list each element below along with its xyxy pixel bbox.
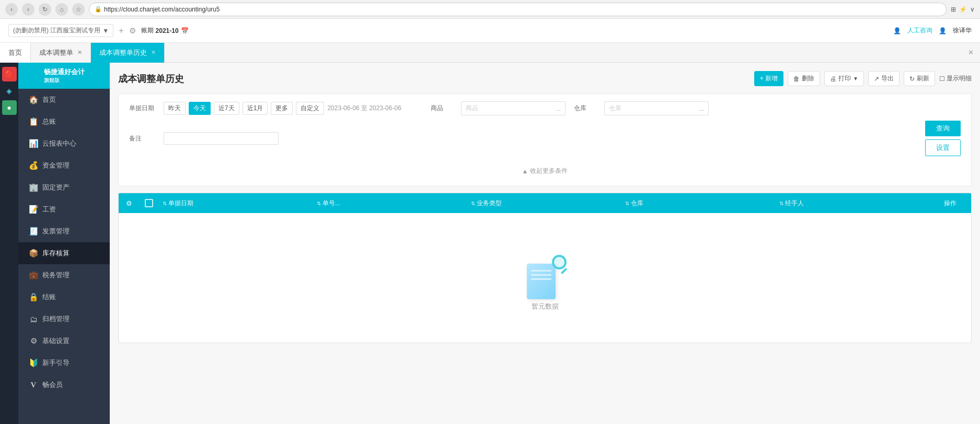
- ledger-icon: 📋: [29, 117, 38, 126]
- new-btn[interactable]: + 新增: [754, 71, 783, 86]
- th-handler[interactable]: ⇅ 经手人: [775, 199, 929, 208]
- btn-last7[interactable]: 近7天: [214, 102, 239, 115]
- sidebar-item-guide[interactable]: 🔰 新手引导: [18, 352, 110, 374]
- sidebar-item-invoice[interactable]: 🧾 发票管理: [18, 220, 110, 242]
- reports-icon: 📊: [29, 139, 38, 148]
- note-filter-label: 备注: [129, 134, 155, 143]
- extension-icon-1[interactable]: ⊞: [951, 6, 956, 13]
- sidebar-item-closing[interactable]: 🔒 结账: [18, 286, 110, 308]
- print-btn[interactable]: 🖨 打印 ▼: [824, 71, 864, 86]
- add-company-btn[interactable]: +: [119, 26, 123, 36]
- home-button[interactable]: ⌂: [55, 3, 68, 16]
- collapse-btn[interactable]: ▲ 收起更多条件: [522, 163, 568, 179]
- setting-btn[interactable]: 设置: [925, 139, 961, 156]
- extension-icon-3[interactable]: ∨: [970, 6, 975, 13]
- settings-icon-header[interactable]: ⚙: [129, 26, 136, 36]
- left-icon-1[interactable]: ◈: [2, 84, 17, 98]
- btn-yesterday[interactable]: 昨天: [164, 102, 186, 115]
- export-label: 导出: [881, 74, 894, 83]
- query-btn[interactable]: 查询: [925, 121, 961, 136]
- sort-icon-handler: ⇅: [779, 201, 783, 206]
- tab-cost-adjust[interactable]: 成本调整单 ✕: [31, 43, 91, 63]
- show-columns-btn[interactable]: ☐ 显示明细: [939, 74, 972, 83]
- sidebar-item-ledger[interactable]: 📋 总账: [18, 111, 110, 133]
- export-btn[interactable]: ↗ 导出: [868, 71, 900, 86]
- sidebar-ledger-label: 总账: [42, 117, 56, 126]
- sidebar-closing-label: 结账: [42, 292, 56, 302]
- reload-button[interactable]: ↻: [39, 3, 51, 16]
- forward-button[interactable]: ›: [22, 3, 34, 16]
- tab-cost-adjust-close[interactable]: ✕: [77, 49, 82, 56]
- fixed-assets-icon: 🏢: [29, 183, 38, 192]
- calendar-icon[interactable]: 📅: [181, 27, 189, 34]
- btn-today[interactable]: 今天: [189, 102, 211, 115]
- browser-chrome: ‹ › ↻ ⌂ ☆ 🔒 https://cloud.chanjet.com/ac…: [0, 0, 980, 19]
- sidebar-item-vip[interactable]: V 畅会员: [18, 374, 110, 396]
- select-all-checkbox[interactable]: [145, 199, 153, 207]
- sidebar-item-home[interactable]: 🏠 首页: [18, 89, 110, 111]
- product-selector[interactable]: 商品 ...: [461, 101, 566, 115]
- tab-cost-adjust-history-close[interactable]: ✕: [151, 49, 156, 56]
- url-text: https://cloud.chanjet.com/accounting/uru…: [104, 6, 220, 13]
- tab-bar: 首页 成本调整单 ✕ 成本调整单历史 ✕ ✕: [0, 43, 980, 63]
- sidebar-item-settings[interactable]: ⚙ 基础设置: [18, 330, 110, 352]
- sidebar-archive-label: 归档管理: [42, 314, 70, 324]
- back-button[interactable]: ‹: [5, 3, 18, 16]
- inventory-icon: 📦: [29, 249, 38, 258]
- browser-tools: ⊞ ⚡ ∨: [951, 6, 975, 13]
- tab-cost-adjust-history[interactable]: 成本调整单历史 ✕: [91, 43, 165, 63]
- sort-icon-biz: ⇅: [471, 201, 475, 206]
- refresh-btn[interactable]: ↻ 刷新: [904, 71, 935, 86]
- tab-home[interactable]: 首页: [0, 43, 31, 63]
- th-check-all[interactable]: [140, 199, 158, 207]
- tab-cost-adjust-history-label: 成本调整单历史: [99, 48, 147, 57]
- archive-icon: 🗂: [29, 315, 38, 324]
- sidebar-item-payroll[interactable]: 📝 工资: [18, 198, 110, 220]
- btn-custom[interactable]: 自定义: [296, 102, 324, 115]
- th-num[interactable]: ⇅ 单号...: [313, 199, 467, 208]
- th-gear-btn[interactable]: ⚙: [119, 199, 140, 207]
- sidebar-item-funds[interactable]: 💰 资金管理: [18, 155, 110, 176]
- th-biz-type[interactable]: ⇅ 业务类型: [467, 199, 621, 208]
- header-right: 👤 人工咨询 👤 徐译华: [893, 26, 972, 35]
- th-warehouse[interactable]: ⇅ 仓库: [621, 199, 775, 208]
- th-biz-label: 业务类型: [477, 199, 502, 208]
- btn-last1m[interactable]: 近1月: [243, 102, 268, 115]
- sidebar-item-tax[interactable]: 💼 税务管理: [18, 264, 110, 286]
- user-service-icon: 👤: [893, 27, 901, 34]
- bookmark-button[interactable]: ☆: [72, 3, 85, 16]
- btn-more-date[interactable]: 更多: [271, 102, 293, 115]
- left-icon-green[interactable]: ●: [2, 100, 17, 115]
- sidebar-item-archive[interactable]: 🗂 归档管理: [18, 308, 110, 330]
- user-service-btn[interactable]: 人工咨询: [907, 26, 932, 35]
- sidebar-guide-label: 新手引导: [42, 358, 70, 368]
- sidebar-item-fixed-assets[interactable]: 🏢 固定资产: [18, 176, 110, 198]
- delete-btn[interactable]: 🗑 删除: [788, 71, 820, 86]
- warehouse-selector[interactable]: 仓库 ...: [604, 101, 709, 115]
- filter-row-1: 单据日期 昨天 今天 近7天 近1月 更多 自定义 2023-06-06 至 2…: [129, 101, 961, 115]
- closing-icon: 🔒: [29, 292, 38, 302]
- extension-icon-2[interactable]: ⚡: [959, 6, 967, 13]
- sidebar: 畅捷通好会计 旗舰版 🏠 首页 📋 总账 📊 云报表中心 💰 资金管理 🏢 固定…: [18, 63, 110, 424]
- company-selector[interactable]: (勿删勿禁用) 江西服宝测试专用 ▼: [8, 24, 113, 37]
- sidebar-item-reports[interactable]: 📊 云报表中心: [18, 133, 110, 155]
- left-icon-red[interactable]: 🔴: [2, 67, 17, 81]
- th-date[interactable]: ⇅ 单据日期: [158, 199, 313, 208]
- sort-icon-date: ⇅: [163, 201, 167, 206]
- sidebar-payroll-label: 工资: [42, 205, 56, 214]
- sidebar-inventory-label: 库存核算: [42, 249, 70, 258]
- th-action-label: 操作: [944, 199, 956, 208]
- note-input[interactable]: [164, 132, 279, 145]
- url-bar[interactable]: 🔒 https://cloud.chanjet.com/accounting/u…: [89, 3, 947, 16]
- sidebar-tax-label: 税务管理: [42, 270, 70, 280]
- sidebar-fixed-assets-label: 固定资产: [42, 183, 70, 192]
- close-all-btn[interactable]: ✕: [968, 49, 974, 56]
- toolbar-right: + 新增 🗑 删除 🖨 打印 ▼ ↗ 导出 ↻ 刷新: [754, 71, 972, 86]
- th-num-label: 单号...: [322, 199, 340, 208]
- sidebar-funds-label: 资金管理: [42, 161, 70, 170]
- empty-magnify-shape: [548, 255, 569, 276]
- product-placeholder: 商品: [466, 104, 478, 113]
- sidebar-item-inventory[interactable]: 📦 库存核算: [18, 242, 110, 264]
- print-label: 打印: [838, 74, 851, 83]
- magnify-circle: [552, 255, 567, 269]
